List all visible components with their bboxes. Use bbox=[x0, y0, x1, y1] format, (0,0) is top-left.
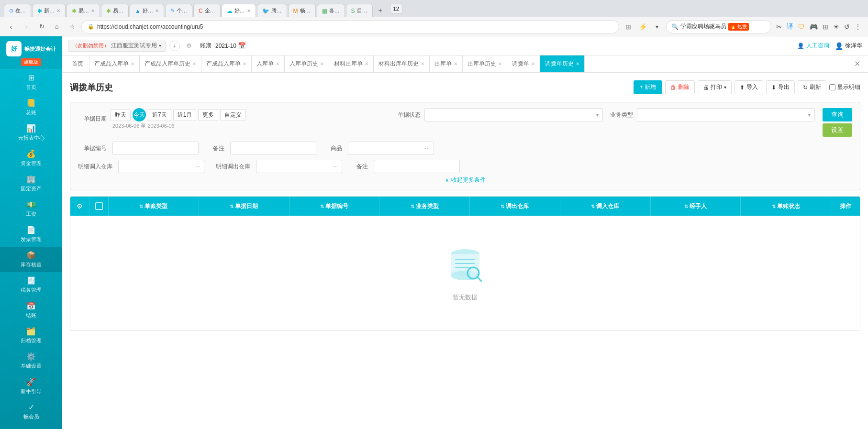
sort-icon[interactable]: ⇅ bbox=[591, 204, 595, 209]
tab-close-icon[interactable]: ✕ bbox=[155, 8, 159, 13]
customer-service-button[interactable]: 👤 人工咨询 bbox=[797, 42, 829, 50]
add-company-button[interactable]: + bbox=[169, 41, 180, 51]
page-tab-outbound-history[interactable]: 出库单历史 ✕ bbox=[463, 55, 507, 73]
sidebar-item-home[interactable]: ⊞ 首页 bbox=[0, 69, 62, 95]
month-btn[interactable]: 近1月 bbox=[173, 109, 197, 121]
tab-close-icon[interactable]: ✕ bbox=[56, 8, 60, 13]
settings-filter-button[interactable]: 设置 bbox=[823, 123, 852, 137]
tab-close-icon[interactable]: ✕ bbox=[576, 61, 579, 66]
page-tab-product-inbound[interactable]: 产成品入库单 ✕ bbox=[89, 55, 140, 73]
sort-icon[interactable]: ⇅ bbox=[772, 204, 776, 209]
sidebar-item-capital[interactable]: 💰 资金管理 bbox=[0, 145, 62, 171]
remark-input[interactable] bbox=[230, 142, 316, 155]
th-settings[interactable]: ⚙ bbox=[70, 197, 89, 216]
show-detail-checkbox[interactable]: 显示明细 bbox=[829, 83, 860, 91]
brightness-icon[interactable]: ☀ bbox=[831, 23, 841, 31]
tab-close-icon[interactable]: ✕ bbox=[365, 61, 368, 66]
detail-outbound-selector[interactable]: ··· bbox=[256, 160, 342, 173]
sidebar-item-archive[interactable]: 🗂️ 归档管理 bbox=[0, 323, 62, 348]
bookmark-button[interactable]: ☆ bbox=[66, 21, 78, 33]
browser-tab-10[interactable]: M 畅… bbox=[288, 4, 316, 17]
delete-button[interactable]: 🗑 🗑 删除 删除 bbox=[665, 80, 695, 94]
translate-icon[interactable]: 译 bbox=[785, 22, 795, 31]
collapse-filter-button[interactable]: ∧ 收起更多条件 bbox=[78, 176, 852, 184]
search-box[interactable]: 🔍 学霸应聘场驱鸟员 🔥 热搜 bbox=[666, 20, 771, 33]
sidebar-item-invoice[interactable]: 📄 发票管理 bbox=[0, 221, 62, 247]
tab-close-icon[interactable]: ✕ bbox=[192, 61, 196, 66]
apps-icon[interactable]: ⊞ bbox=[622, 21, 634, 33]
browser-tab-3[interactable]: ✱ 易… ✕ bbox=[67, 4, 100, 17]
tab-close-icon[interactable]: ✕ bbox=[276, 61, 279, 66]
browser-tab-9[interactable]: 🐦 腾… bbox=[257, 4, 287, 17]
security-icon[interactable]: 🛡 bbox=[796, 23, 807, 31]
tab-close-icon[interactable]: ✕ bbox=[131, 61, 134, 66]
tab-close-icon[interactable]: ✕ bbox=[454, 61, 457, 66]
company-selector[interactable]: （勿删勿禁用） 江西服宝测试专用 ▾ bbox=[68, 40, 166, 52]
browser-tab-7[interactable]: C 企… bbox=[193, 4, 221, 17]
biz-type-select[interactable]: ▾ bbox=[637, 108, 815, 121]
close-all-tabs-button[interactable]: ✕ bbox=[850, 59, 864, 68]
tab-close-icon[interactable]: ✕ bbox=[498, 61, 502, 66]
tab-close-icon[interactable]: ✕ bbox=[243, 61, 246, 66]
period-selector[interactable]: 2021-10 📅 bbox=[215, 42, 246, 49]
sort-icon[interactable]: ⇅ bbox=[230, 204, 234, 209]
forward-button[interactable]: › bbox=[20, 21, 33, 33]
page-tab-transfer[interactable]: 调拨单 ✕ bbox=[507, 55, 540, 73]
print-button[interactable]: 🖨 打印 ▾ bbox=[698, 80, 732, 94]
page-tab-outbound[interactable]: 出库单 ✕ bbox=[430, 55, 463, 73]
browser-tab-4[interactable]: ✱ 易… bbox=[101, 4, 129, 17]
sort-icon[interactable]: ⇅ bbox=[411, 204, 414, 209]
games-icon[interactable]: 🎮 bbox=[808, 23, 820, 31]
page-tab-product-inbound-history[interactable]: 产成品入库单历史 ✕ bbox=[140, 55, 201, 73]
undo-icon[interactable]: ↺ bbox=[842, 23, 852, 31]
sidebar-item-settings[interactable]: ⚙️ 基础设置 bbox=[0, 348, 62, 374]
remark2-input[interactable] bbox=[374, 160, 460, 173]
settings-company-button[interactable]: ⚙ bbox=[184, 41, 194, 51]
browser-tab-1[interactable]: ⊙ 在… bbox=[4, 4, 31, 17]
page-tab-home[interactable]: 首页 bbox=[66, 55, 89, 73]
page-tab-material-out-history[interactable]: 材料出库单历史 ✕ bbox=[374, 55, 430, 73]
browser-tab-6[interactable]: ✎ 个… bbox=[165, 4, 192, 17]
goods-selector[interactable]: ··· bbox=[348, 142, 434, 155]
tab-close-icon[interactable]: ✕ bbox=[247, 8, 251, 13]
import-button[interactable]: ⬆ 导入 bbox=[734, 80, 763, 94]
refresh-data-button[interactable]: ↻ 刷新 bbox=[798, 80, 826, 94]
new-button[interactable]: + 新增 bbox=[634, 80, 662, 94]
refresh-button[interactable]: ↻ bbox=[35, 21, 48, 33]
user-avatar[interactable]: 👤 徐泽华 bbox=[835, 42, 862, 50]
sidebar-item-inventory[interactable]: 📦 库存核查 bbox=[0, 247, 62, 272]
sidebar-item-ledger[interactable]: 📒 总账 bbox=[0, 95, 62, 120]
lightning-icon[interactable]: ⚡ bbox=[636, 21, 649, 33]
back-button[interactable]: ‹ bbox=[5, 21, 17, 33]
sidebar-item-member[interactable]: ✓ 畅会员 bbox=[0, 399, 62, 424]
address-bar[interactable]: 🔒 https://cloud.chanjet.com/accounting/u… bbox=[81, 20, 619, 33]
sidebar-item-closing[interactable]: 📅 结账 bbox=[0, 297, 62, 323]
page-tab-product-inbound2[interactable]: 产成品入库单 ✕ bbox=[201, 55, 252, 73]
tab-close-icon[interactable]: ✕ bbox=[320, 61, 324, 66]
grid-icon[interactable]: ⊞ bbox=[821, 23, 830, 31]
detail-inbound-selector[interactable]: ··· bbox=[118, 160, 204, 173]
browser-tab-2[interactable]: ✱ 新… ✕ bbox=[32, 4, 66, 17]
tab-close-icon[interactable]: ✕ bbox=[531, 61, 535, 66]
more-btn[interactable]: 更多 bbox=[198, 109, 218, 121]
today-btn[interactable]: 今天 bbox=[133, 108, 146, 121]
tab-close-icon[interactable]: ✕ bbox=[421, 61, 424, 66]
new-tab-button[interactable]: + bbox=[374, 4, 387, 17]
doc-number-input[interactable] bbox=[112, 142, 199, 155]
sort-icon[interactable]: ⇅ bbox=[320, 204, 324, 209]
tab-close-icon[interactable]: ✕ bbox=[91, 8, 95, 13]
sidebar-item-guide[interactable]: 🚀 新手引导 bbox=[0, 374, 62, 399]
query-button[interactable]: 查询 bbox=[823, 108, 852, 121]
page-tab-transfer-history-active[interactable]: 调拨单历史 ✕ bbox=[540, 55, 585, 73]
browser-tab-11[interactable]: ▦ 各… bbox=[317, 4, 345, 17]
page-tab-inbound[interactable]: 入库单 ✕ bbox=[252, 55, 285, 73]
browser-tab-12[interactable]: S 目… bbox=[346, 4, 373, 17]
sort-icon[interactable]: ⇅ bbox=[501, 204, 504, 209]
week-btn[interactable]: 近7天 bbox=[148, 109, 171, 121]
browser-tab-5[interactable]: ▲ 好… ✕ bbox=[130, 4, 164, 17]
menu-icon[interactable]: ⋮ bbox=[853, 23, 863, 31]
sort-icon[interactable]: ⇅ bbox=[139, 204, 143, 209]
yesterday-btn[interactable]: 昨天 bbox=[111, 109, 131, 121]
sort-icon[interactable]: ⇅ bbox=[684, 204, 688, 209]
home-button[interactable]: ⌂ bbox=[51, 21, 63, 33]
